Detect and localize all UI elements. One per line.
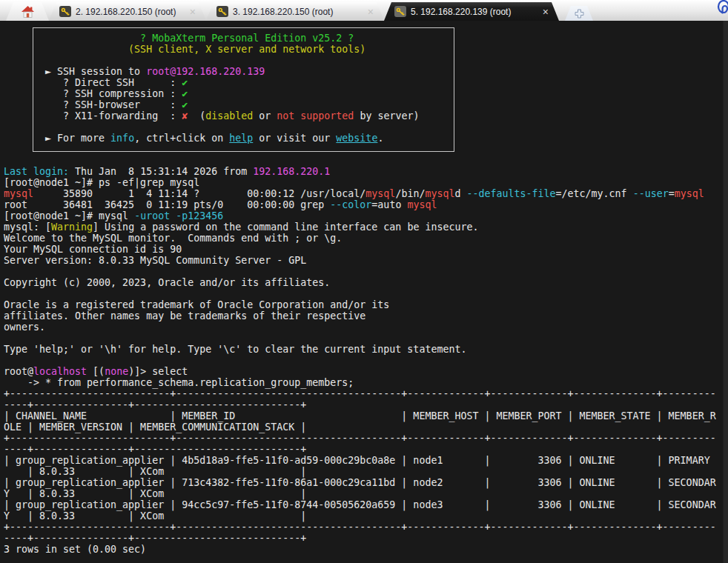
tab-session-2[interactable]: 2. 192.168.220.150 (root) ×	[49, 2, 206, 21]
terminal-line: | group_replication_applier | 713c4382-f…	[4, 477, 716, 488]
terminal-line: | group_replication_applier | 94cc5c97-f…	[4, 499, 716, 510]
terminal-line: ? X11-forwarding : ✘ (disabled or not su…	[4, 110, 716, 121]
terminal-line	[4, 55, 716, 66]
terminal-line: -> * from performance_schema.replication…	[4, 377, 716, 388]
home-icon	[21, 5, 35, 18]
terminal-line: | group_replication_applier | 4b5d18a9-f…	[4, 455, 716, 466]
terminal-output: ? MobaXterm Personal Edition v25.2 ? (SS…	[4, 33, 716, 555]
terminal-line: root 36481 36425 0 11:19 pts/0 00:00:00 …	[4, 199, 716, 210]
terminal-line	[4, 144, 716, 155]
terminal-line: mysql: [Warning] Using a password on the…	[4, 221, 716, 233]
tab-bar: 2. 192.168.220.150 (root) × 3. 192.168.2…	[0, 0, 728, 21]
terminal-line: ? SSH-browser : ✔	[4, 99, 716, 110]
terminal-line	[4, 155, 716, 166]
terminal-line: owners.	[4, 322, 716, 333]
tab-label: 3. 192.168.220.150 (root)	[233, 7, 333, 17]
terminal-line: ? MobaXterm Personal Edition v25.2 ?	[4, 33, 716, 44]
terminal-line: ----+----------------+------------------…	[4, 444, 716, 455]
terminal-line: Type 'help;' or '\h' for help. Type '\c'…	[4, 344, 716, 355]
terminal-line: Welcome to the MySQL monitor. Commands e…	[4, 233, 716, 244]
terminal-line: OLE | MEMBER_VERSION | MEMBER_COMMUNICAT…	[4, 422, 716, 433]
tab-home[interactable]	[6, 2, 49, 21]
terminal-line: ? SSH compression : ✔	[4, 88, 716, 99]
mobaxterm-window: 2. 192.168.220.150 (root) × 3. 192.168.2…	[0, 0, 728, 563]
terminal-line	[4, 288, 716, 299]
terminal-line	[4, 333, 716, 344]
terminal-line: ► For more info, ctrl+click on help or v…	[4, 133, 716, 144]
terminal-line: Server version: 8.0.33 MySQL Community S…	[4, 255, 716, 266]
new-tab-button[interactable]	[565, 6, 593, 21]
terminal-line: ----+----------------+------------------…	[4, 533, 716, 544]
terminal-line: [root@node1 ~]# ps -ef|grep mysql	[4, 177, 716, 188]
terminal-line: (SSH client, X server and network tools)	[4, 44, 716, 55]
terminal-line: | 8.0.33 | XCom |	[4, 466, 716, 477]
terminal-line: Copyright (c) 2000, 2023, Oracle and/or …	[4, 277, 716, 288]
close-tab-icon[interactable]: ×	[182, 7, 196, 17]
terminal-line	[4, 266, 716, 277]
terminal-line: Your MySQL connection id is 90	[4, 244, 716, 255]
terminal-line: ► SSH session to root@192.168.220.139	[4, 66, 716, 77]
tab-session-3[interactable]: 3. 192.168.220.150 (root) ×	[206, 2, 384, 21]
plus-icon	[575, 9, 584, 19]
terminal-line: affiliates. Other names may be trademark…	[4, 310, 716, 322]
tab-label: 2. 192.168.220.150 (root)	[76, 7, 176, 17]
ssh-key-icon	[394, 6, 406, 17]
terminal-line: +---------------------------+-----------…	[4, 522, 716, 533]
terminal-line: ----+----------------+------------------…	[4, 399, 716, 410]
mobaxterm-logo-icon	[715, 0, 728, 21]
terminal-line: 3 rows in set (0.00 sec)	[4, 544, 716, 555]
terminal-line: Oracle is a registered trademark of Orac…	[4, 299, 716, 310]
scrollbar[interactable]	[723, 21, 728, 563]
terminal-line: root@localhost [(none)]> select	[4, 366, 716, 377]
ssh-key-icon	[59, 6, 71, 17]
terminal-line: Y | 8.0.33 | XCom |	[4, 488, 716, 499]
terminal-line: | CHANNEL_NAME | MEMBER_ID | MEMBER_HOST…	[4, 410, 716, 422]
ssh-key-icon	[216, 6, 228, 17]
terminal-line: Y | 8.0.33 | XCom |	[4, 510, 716, 522]
tab-label: 5. 192.168.220.139 (root)	[411, 7, 511, 17]
terminal-line: +---------------------------+-----------…	[4, 388, 716, 399]
terminal-line: Last login: Thu Jan 8 15:31:14 2026 from…	[4, 166, 716, 177]
terminal-line: mysql 35890 1 4 11:14 ? 00:00:12 /usr/lo…	[4, 188, 716, 199]
close-tab-icon[interactable]: ×	[535, 7, 549, 17]
tab-session-5-active[interactable]: 5. 192.168.220.139 (root) ×	[384, 2, 559, 21]
terminal-line: ? Direct SSH : ✔	[4, 77, 716, 88]
close-tab-icon[interactable]: ×	[360, 7, 374, 17]
terminal-line	[4, 355, 716, 366]
terminal[interactable]: ? MobaXterm Personal Edition v25.2 ? (SS…	[0, 21, 728, 563]
terminal-line: +---------------------------+-----------…	[4, 433, 716, 444]
terminal-line: [root@node1 ~]# mysql -uroot -p123456	[4, 210, 716, 221]
terminal-line	[4, 121, 716, 133]
